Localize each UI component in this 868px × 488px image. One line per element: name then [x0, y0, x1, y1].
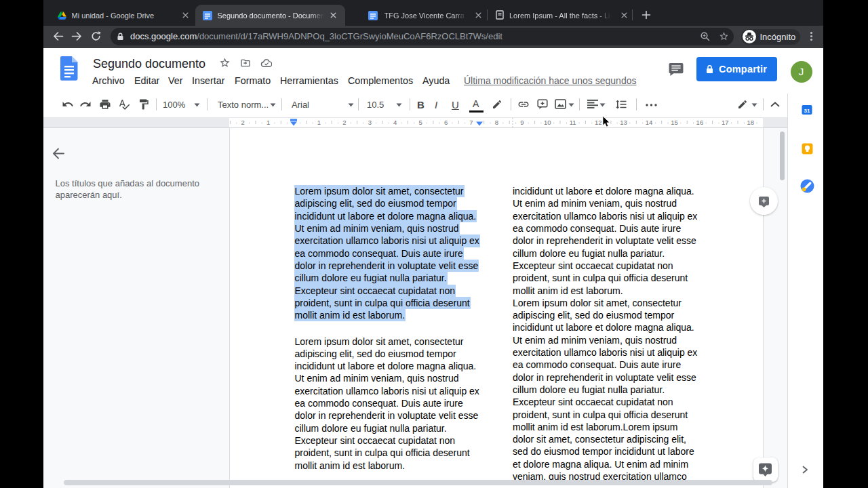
svg-text:1: 1 — [267, 119, 270, 126]
svg-text:4: 4 — [393, 119, 397, 126]
svg-text:31: 31 — [804, 108, 810, 114]
svg-text:11: 11 — [570, 119, 576, 126]
svg-text:16: 16 — [696, 119, 704, 126]
svg-text:17: 17 — [722, 119, 729, 126]
svg-text:1: 1 — [317, 119, 321, 126]
svg-text:3: 3 — [368, 119, 372, 126]
svg-text:18: 18 — [747, 119, 754, 126]
svg-text:8: 8 — [495, 119, 498, 126]
svg-text:6: 6 — [444, 119, 448, 126]
svg-text:5: 5 — [418, 119, 422, 126]
svg-text:2: 2 — [342, 119, 346, 126]
svg-text:10: 10 — [544, 119, 551, 126]
svg-text:12: 12 — [595, 119, 602, 126]
svg-text:9: 9 — [520, 119, 524, 126]
svg-text:14: 14 — [646, 119, 653, 126]
svg-text:13: 13 — [620, 119, 627, 126]
svg-text:2: 2 — [241, 119, 244, 126]
svg-text:15: 15 — [671, 119, 678, 126]
svg-text:7: 7 — [469, 119, 473, 126]
